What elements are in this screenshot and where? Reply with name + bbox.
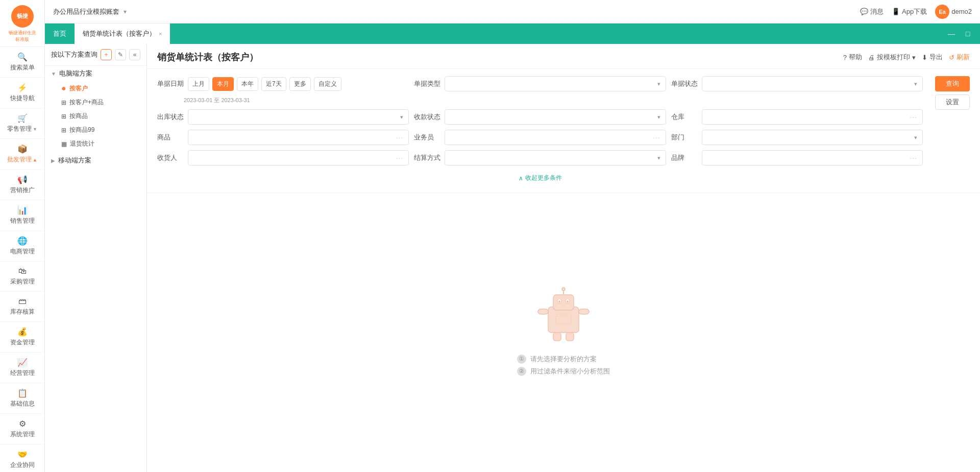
svg-rect-8 (538, 309, 548, 314)
staff-filter-item: 业务员 ··· (414, 130, 666, 145)
tree-item-return-stats[interactable]: ▦ 退货统计 (45, 137, 146, 151)
empty-tip-2: ② 用过滤条件来缩小分析范围 (517, 367, 610, 376)
add-scheme-btn[interactable]: + (101, 49, 112, 60)
staff-dots: ··· (653, 133, 660, 141)
user-menu[interactable]: Ea demo2 (935, 5, 972, 19)
date-this-year-btn[interactable]: 本年 (237, 77, 258, 91)
tab-home[interactable]: 首页 (45, 23, 75, 44)
goods-select[interactable]: ··· (188, 130, 409, 145)
out-status-arrow: ▾ (400, 114, 403, 121)
search-icon: 🔍 (17, 52, 28, 62)
date-custom-btn[interactable]: 自定义 (314, 77, 341, 91)
sidebar-item-retail[interactable]: 🛒 零售管理 ▼ (0, 108, 44, 139)
receiver-label: 收货人 (157, 153, 184, 162)
date-more-btn[interactable]: 更多 (289, 77, 311, 91)
export-btn[interactable]: ⬇ 导出 (922, 53, 943, 62)
message-btn[interactable]: 💬 消息 (860, 7, 884, 16)
sidebar-item-sales[interactable]: 📊 销售管理 (0, 200, 44, 231)
receiver-dots: ··· (396, 154, 404, 162)
sidebar-item-basic[interactable]: 📋 基础信息 (0, 383, 44, 414)
operation-icon: 📈 (17, 358, 28, 367)
payment-select[interactable]: ▾ (445, 150, 666, 166)
warehouse-select[interactable]: ··· (702, 109, 923, 125)
date-label: 单据日期 (157, 79, 184, 88)
edit-scheme-btn[interactable]: ✎ (115, 49, 126, 60)
warehouse-label: 仓库 (671, 112, 698, 122)
message-icon: 💬 (860, 8, 868, 15)
date-filter-item: 单据日期 上月 本月 本年 近7天 更多 自定义 (157, 76, 409, 91)
tree-mobile-group[interactable]: ▶ 移动端方案 (45, 153, 146, 168)
ecommerce-icon: 🌐 (17, 236, 28, 246)
collect-status-select[interactable]: ▾ (445, 109, 666, 125)
dept-label: 部门 (671, 133, 698, 142)
sidebar-item-ecommerce[interactable]: 🌐 电商管理 (0, 231, 44, 262)
doc-status-select[interactable]: ▾ (702, 76, 923, 91)
print-btn[interactable]: 🖨 按模板打印 ▾ (868, 53, 916, 62)
topbar: 办公用品行业模拟账套 ▾ 💬 消息 📱 App下载 Ea demo2 (45, 0, 980, 23)
tree-item-by-goods[interactable]: ⊞ 按商品 (45, 109, 146, 123)
goods-filter-item: 商品 ··· (157, 130, 409, 145)
date-this-month-btn[interactable]: 本月 (212, 77, 234, 91)
collapse-icon: ∧ (519, 175, 523, 182)
sidebar-item-search[interactable]: 🔍 搜索菜单 (0, 47, 44, 78)
help-btn[interactable]: ? 帮助 (843, 53, 862, 62)
purchase-icon: 🛍 (18, 267, 27, 276)
staff-select[interactable]: ··· (445, 130, 666, 145)
date-range-display: 2023-03-01 至 2023-03-31 (184, 97, 923, 104)
sidebar-item-collab[interactable]: 🤝 企业协同 (0, 444, 44, 472)
dept-select[interactable]: ▾ (702, 130, 923, 145)
brand-filter-item: 品牌 ··· (671, 150, 923, 166)
avatar: Ea (935, 5, 949, 19)
sidebar-item-finance[interactable]: 💰 资金管理 (0, 322, 44, 352)
sidebar-item-operation[interactable]: 📈 经营管理 (0, 352, 44, 383)
sidebar-item-system[interactable]: ⚙ 系统管理 (0, 414, 44, 444)
filter-row-1: 单据日期 上月 本月 本年 近7天 更多 自定义 (157, 76, 923, 91)
app-download-btn[interactable]: 📱 App下载 (892, 7, 927, 16)
brand-label: 品牌 (671, 153, 698, 162)
sidebar-item-nav[interactable]: ⚡ 快捷导航 (0, 78, 44, 108)
filter-area: 单据日期 上月 本月 本年 近7天 更多 自定义 (147, 69, 980, 193)
collapse-panel-btn[interactable]: « (129, 49, 140, 60)
left-panel: 按以下方案查询 + ✎ « ▼ 电脑端方案 (45, 44, 147, 472)
edit-icon: ✎ (118, 51, 123, 58)
doc-type-select[interactable]: ▾ (445, 76, 666, 91)
logo-icon: 畅捷 (11, 5, 34, 28)
sidebar-item-wholesale[interactable]: 📦 批发管理 ▲ (0, 139, 44, 170)
brand-select[interactable]: ··· (702, 150, 923, 166)
doc-type-filter-item: 单据类型 ▾ (414, 76, 666, 91)
dropdown-icon[interactable]: ▾ (124, 8, 127, 15)
retail-icon: 🛒 (17, 113, 28, 123)
doc-status-label: 单据状态 (671, 79, 698, 88)
receiver-select[interactable]: ··· (188, 150, 409, 166)
sidebar-item-purchase[interactable]: 🛍 采购管理 (0, 262, 44, 292)
tab-active[interactable]: 销货单统计表（按客户） × (75, 23, 170, 44)
topbar-left: 办公用品行业模拟账套 ▾ (53, 7, 127, 16)
doc-status-arrow: ▾ (914, 81, 917, 87)
tab-minimize-btn[interactable]: — (945, 28, 958, 40)
tree-item-by-goods99[interactable]: ⊞ 按商品99 (45, 123, 146, 137)
refresh-btn[interactable]: ↺ 刷新 (949, 53, 970, 62)
receiver-filter-item: 收货人 ··· (157, 150, 409, 166)
sidebar-item-marketing[interactable]: 📢 营销推广 (0, 170, 44, 200)
tree-item-customer-goods[interactable]: ⊞ 按客户+商品 (45, 96, 146, 109)
tab-close-icon[interactable]: × (159, 31, 162, 37)
right-panel: 销货单统计表（按客户） ? 帮助 🖨 按模板打印 ▾ ⬇ 导出 (147, 44, 980, 472)
doc-type-arrow: ▾ (657, 81, 660, 87)
export-icon: ⬇ (922, 54, 927, 61)
out-status-select[interactable]: ▾ (188, 109, 409, 125)
help-icon: ? (843, 54, 847, 61)
tree-desktop-group[interactable]: ▼ 电脑端方案 (45, 66, 146, 81)
tab-maximize-btn[interactable]: □ (962, 28, 974, 40)
date-last7-btn[interactable]: 近7天 (261, 77, 286, 91)
doc-type-label: 单据类型 (414, 79, 440, 88)
goods-label: 商品 (157, 133, 184, 142)
collapse-filter-btn[interactable]: ∧ 收起更多条件 (157, 171, 923, 185)
bar-icon: ▦ (61, 140, 67, 148)
query-btn[interactable]: 查询 (935, 76, 970, 91)
nav-icon: ⚡ (17, 83, 28, 92)
settings-btn[interactable]: 设置 (935, 95, 970, 110)
date-last-month-btn[interactable]: 上月 (188, 77, 209, 91)
sidebar-logo: 畅捷 畅捷通好生意标准版 (0, 0, 44, 47)
tree-item-by-customer[interactable]: ● 按客户 (45, 81, 146, 96)
sidebar-item-inventory[interactable]: 🗃 库存核算 (0, 292, 44, 322)
